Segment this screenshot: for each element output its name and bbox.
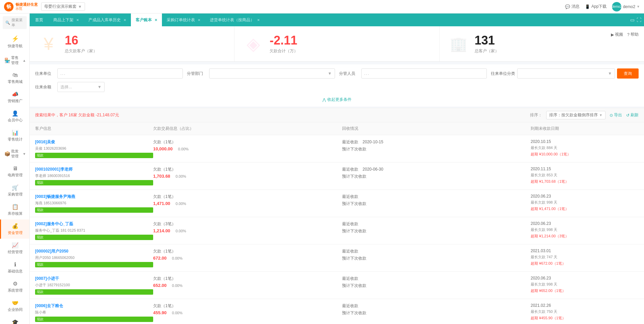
debt-amount[interactable]: 10,000.00: [153, 146, 173, 151]
customer-id-name[interactable]: [0001020001]李老师: [35, 167, 153, 172]
tab-purchase-order[interactable]: 采购订单统计表 ✕: [162, 13, 205, 26]
collapse-bar[interactable]: ⋀ 收起更多条件: [35, 95, 639, 105]
customer-id-name[interactable]: [0003]畅捷服务尹海燕: [35, 194, 153, 200]
sidebar-item-label: 经营管理: [8, 249, 23, 255]
overdue-amount-label: 欠款合计（万）: [270, 48, 298, 54]
help-link[interactable]: ? 帮助: [627, 32, 639, 37]
sidebar-search-box[interactable]: 🔍 搜索菜单: [3, 16, 27, 29]
export-button[interactable]: ⊙ 导出: [610, 112, 622, 118]
debt-amount[interactable]: 672.00: [153, 256, 167, 261]
overdue-link[interactable]: ¥1,214.00（3笔）: [539, 234, 569, 238]
sidebar-item-enterprise[interactable]: 🤝 企业协同: [0, 296, 29, 316]
sidebar-item-retail-mall[interactable]: 🛍 零售商城: [0, 69, 29, 88]
customer-id-name[interactable]: [000002]用户2050: [35, 248, 153, 254]
tab-close-icon[interactable]: ✕: [198, 18, 200, 22]
sidebar-item-operations[interactable]: 📈 经营管理: [0, 239, 29, 258]
overdue-link[interactable]: ¥652.00（1笔）: [539, 289, 566, 293]
sidebar-item-quick-nav[interactable]: ⚡ 快捷导航: [0, 32, 29, 52]
debt-amount[interactable]: 1,214.00: [153, 228, 170, 233]
header-customer-info: 客户信息: [35, 126, 153, 131]
debt-amount[interactable]: 652.00: [153, 283, 167, 288]
next-collect-label: 预计下次收款: [342, 201, 531, 207]
sidebar: 🔍 搜索菜单 ⚡ 快捷导航 🏪 零售管理 ▲ 🛍 零售商城 📣 营销推广: [0, 13, 30, 324]
sort-select[interactable]: 排序：按欠款金额倒序排序 ▼: [546, 111, 606, 119]
total-customers-label: 总客户（家）: [475, 48, 499, 54]
sidebar-item-label: 企业协同: [8, 307, 23, 312]
person-input[interactable]: ...: [361, 68, 487, 79]
sidebar-item-basic-info[interactable]: ℹ 基础信息: [0, 258, 29, 277]
tab-customer-account[interactable]: 客户账本 ✕: [131, 13, 162, 26]
video-link[interactable]: ▶ 视频: [611, 32, 623, 37]
sidebar-item-retail-mgmt[interactable]: 🏪 零售管理 ▲: [0, 52, 29, 69]
tab-close-icon[interactable]: ✕: [155, 18, 157, 22]
customer-tag: 现款: [35, 317, 153, 322]
play-icon: ▶: [611, 32, 614, 37]
refresh-button[interactable]: ↺ 刷新: [626, 112, 639, 118]
customer-id-name[interactable]: [0002]服务中心_丁磊: [35, 221, 153, 227]
tab-home[interactable]: 首页: [30, 13, 49, 26]
balance-select[interactable]: 选择... ▼: [57, 82, 105, 92]
sidebar-item-purchase[interactable]: 🛒 采购管理: [0, 181, 29, 200]
tab-close-icon[interactable]: ✕: [257, 18, 260, 22]
debt-amount[interactable]: 1,471.00: [153, 201, 170, 206]
sidebar-item-label: 电商管理: [8, 173, 23, 178]
dept-select[interactable]: ▼: [209, 68, 335, 79]
overdue-link[interactable]: ¥1,703.68（1笔）: [539, 179, 569, 183]
overdue-link[interactable]: ¥1,471.00（1笔）: [539, 207, 569, 211]
tab-product-on-off[interactable]: 商品上下架 ✕: [49, 13, 84, 26]
customer-tag: 现款: [35, 289, 153, 295]
top-bar-right: 💬 消息 📱 App下载 demo2 demo2 ▼: [565, 2, 640, 11]
sidebar-item-finance[interactable]: 💰 资金管理: [0, 219, 29, 239]
overdue-link[interactable]: ¥672.00（1笔）: [539, 261, 566, 265]
stat-value-customers: 16 总欠款客户（家）: [65, 34, 97, 54]
search-button[interactable]: 查询: [617, 68, 639, 79]
debt-count: 欠款（3笔）: [153, 221, 342, 227]
sidebar-item-system[interactable]: ⚙ 系统管理: [0, 277, 29, 296]
customer-id-name[interactable]: [0006]去下粮仓: [35, 303, 153, 309]
user-menu[interactable]: demo2 demo2 ▼: [612, 2, 640, 11]
debt-info-cell: 欠款（1笔） 672.00 0.00%: [153, 248, 342, 267]
debt-info-cell: 欠款（1笔） 1,703.68 0.00%: [153, 167, 342, 185]
overdue-link[interactable]: ¥455.90（1笔）: [539, 316, 566, 320]
table-row: [0003]畅捷服务尹海燕 海燕 18513066976 现款 欠款（1笔） 1…: [30, 190, 644, 217]
tab-minimize-button[interactable]: ▭: [630, 17, 635, 23]
filter-balance: 往来余额 选择... ▼: [35, 82, 639, 92]
overdue-days: 最长欠款 747 天: [531, 255, 639, 260]
tab-import-stat[interactable]: 进货单统计表（按商品） ✕: [205, 13, 264, 26]
app-download-button[interactable]: 📱 App下载: [585, 4, 607, 9]
sidebar-item-marketing[interactable]: 📣 营销推广: [0, 88, 29, 107]
store-selector[interactable]: 母婴行业演示账套 ▼: [41, 2, 85, 11]
marketing-icon: 📣: [12, 91, 19, 97]
overdue-link[interactable]: ¥10,000.00（1笔）: [539, 152, 571, 156]
tab-close-icon[interactable]: ✕: [123, 18, 126, 22]
dept-label: 分管部门: [187, 71, 207, 77]
unit-category-select[interactable]: ▼: [517, 68, 615, 79]
enterprise-icon: 🤝: [12, 300, 19, 306]
customer-phone: 吴俊 13026203696: [35, 146, 153, 151]
customer-tag: 现款: [35, 207, 153, 213]
finance-icon: 💰: [12, 223, 19, 229]
debt-percent: 0.00%: [172, 284, 183, 288]
results-actions: 排序： 排序：按欠款金额倒序排序 ▼ ⊙ 导出 ↺ 刷新: [530, 111, 639, 119]
sidebar-item-member[interactable]: 👤 会员中心: [0, 107, 29, 126]
debt-percent: 0.00%: [176, 229, 186, 233]
customer-id-name[interactable]: [0007]小进干: [35, 276, 153, 282]
sidebar-item-newbie[interactable]: 🎓 新手引导: [0, 316, 29, 324]
tab-expand-button[interactable]: ⛶: [637, 17, 641, 23]
return-info-cell: 最近收款 预计下次收款: [342, 276, 531, 295]
table-header: 客户信息 欠款交易信息（占比） 回收情况 到期未收款日期: [30, 122, 644, 135]
filter-row-2: 往来余额 选择... ▼: [35, 82, 639, 92]
sidebar-item-label: 资金管理: [8, 230, 23, 235]
tab-close-icon[interactable]: ✕: [76, 18, 79, 22]
debt-amount[interactable]: 455.90: [153, 310, 167, 315]
sidebar-item-retail-stat[interactable]: 📊 零售统计: [0, 126, 29, 145]
customer-id-name[interactable]: [0016]吴俊: [35, 139, 153, 145]
app-container: 畅 畅捷通好生意 示范 母婴行业演示账套 ▼ 💬 消息 📱 App下载: [0, 0, 644, 324]
source-unit-input[interactable]: ...: [57, 68, 183, 79]
tab-product-history[interactable]: 产成品入库单历史 ✕: [84, 13, 131, 26]
sidebar-item-batch-mgmt[interactable]: 📦 批发管理 ▼: [0, 145, 29, 162]
sidebar-item-inventory[interactable]: 📋 库存核算: [0, 200, 29, 219]
message-button[interactable]: 💬 消息: [565, 4, 580, 9]
debt-amount[interactable]: 1,703.68: [153, 174, 170, 179]
sidebar-item-ecommerce[interactable]: 🖥 电商管理: [0, 162, 29, 181]
